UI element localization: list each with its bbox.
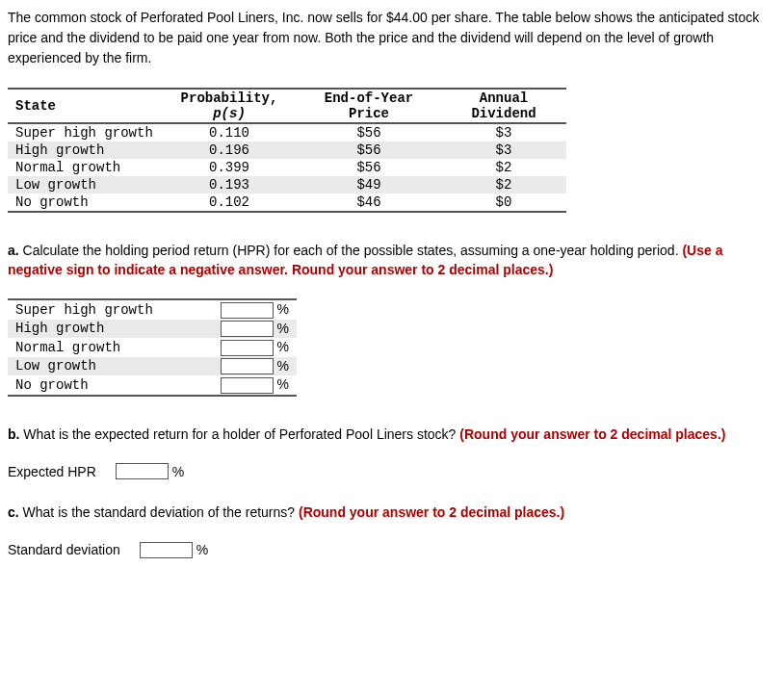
cell-div: $2 (441, 159, 566, 176)
answer-label: No growth (8, 375, 210, 396)
cell-price: $56 (297, 159, 441, 176)
expected-hpr-row: Expected HPR % (8, 463, 776, 479)
problem-intro: The common stock of Perforated Pool Line… (8, 8, 776, 68)
cell-prob: 0.399 (162, 159, 297, 176)
answer-label: Low growth (8, 357, 210, 376)
hpr-input-super-high[interactable] (221, 302, 274, 319)
cell-div: $3 (441, 123, 566, 142)
hpr-input-low[interactable] (221, 358, 274, 374)
question-b-prefix: b. (8, 426, 19, 442)
cell-price: $46 (297, 193, 441, 212)
question-a: a. Calculate the holding period return (… (8, 242, 776, 279)
question-c: c. What is the standard deviation of the… (8, 503, 776, 523)
cell-state: Low growth (8, 176, 162, 193)
cell-state: Super high growth (8, 123, 162, 142)
question-b-text: What is the expected return for a holder… (19, 426, 459, 442)
percent-label: % (196, 542, 208, 557)
question-c-text: What is the standard deviation of the re… (19, 504, 299, 520)
table-row: Super high growth % (8, 299, 297, 320)
cell-state: Normal growth (8, 159, 162, 176)
cell-div: $2 (441, 176, 566, 193)
hpr-input-normal[interactable] (221, 340, 274, 356)
percent-label: % (277, 339, 289, 354)
answer-label: Normal growth (8, 338, 210, 357)
question-a-prefix: a. (8, 243, 19, 258)
cell-prob: 0.110 (162, 123, 297, 142)
cell-price: $49 (297, 176, 441, 193)
answer-label: High growth (8, 320, 210, 339)
question-a-text: Calculate the holding period return (HPR… (19, 243, 683, 258)
percent-label: % (277, 358, 289, 374)
cell-price: $56 (297, 123, 441, 142)
cell-div: $3 (441, 142, 566, 159)
table-row: Super high growth 0.110 $56 $3 (8, 123, 566, 142)
cell-state: High growth (8, 142, 162, 159)
percent-label: % (172, 464, 184, 479)
expected-hpr-label: Expected HPR (8, 464, 96, 479)
cell-state: No growth (8, 193, 162, 212)
question-c-instruction: (Round your answer to 2 decimal places.) (299, 504, 564, 520)
cell-prob: 0.196 (162, 142, 297, 159)
header-state: State (8, 89, 162, 123)
header-price: End-of-Year Price (297, 89, 441, 123)
percent-label: % (277, 376, 289, 392)
table-row: High growth % (8, 320, 297, 339)
given-data-table: State Probability, p(s) End-of-Year Pric… (8, 88, 566, 213)
cell-prob: 0.193 (162, 176, 297, 193)
percent-label: % (277, 321, 289, 336)
question-c-prefix: c. (8, 504, 19, 520)
question-b-instruction: (Round your answer to 2 decimal places.) (459, 426, 725, 442)
cell-prob: 0.102 (162, 193, 297, 212)
answer-label: Super high growth (8, 299, 210, 320)
table-row: Normal growth % (8, 338, 297, 357)
question-b: b. What is the expected return for a hol… (8, 425, 776, 445)
header-dividend: Annual Dividend (441, 89, 566, 123)
table-row: No growth 0.102 $46 $0 (8, 193, 566, 212)
stddev-label: Standard deviation (8, 542, 120, 557)
cell-price: $56 (297, 142, 441, 159)
stddev-row: Standard deviation % (8, 542, 776, 558)
table-row: Normal growth 0.399 $56 $2 (8, 159, 566, 176)
expected-hpr-input[interactable] (116, 463, 169, 479)
header-probability: Probability, p(s) (162, 89, 297, 123)
cell-div: $0 (441, 193, 566, 212)
table-row: High growth 0.196 $56 $3 (8, 142, 566, 159)
stddev-input[interactable] (140, 542, 193, 558)
percent-label: % (277, 301, 289, 317)
table-row: No growth % (8, 375, 297, 396)
hpr-input-no[interactable] (221, 377, 274, 394)
table-row: Low growth 0.193 $49 $2 (8, 176, 566, 193)
hpr-input-high[interactable] (221, 321, 274, 337)
table-row: Low growth % (8, 357, 297, 376)
answer-table-a: Super high growth % High growth % Normal… (8, 298, 297, 397)
